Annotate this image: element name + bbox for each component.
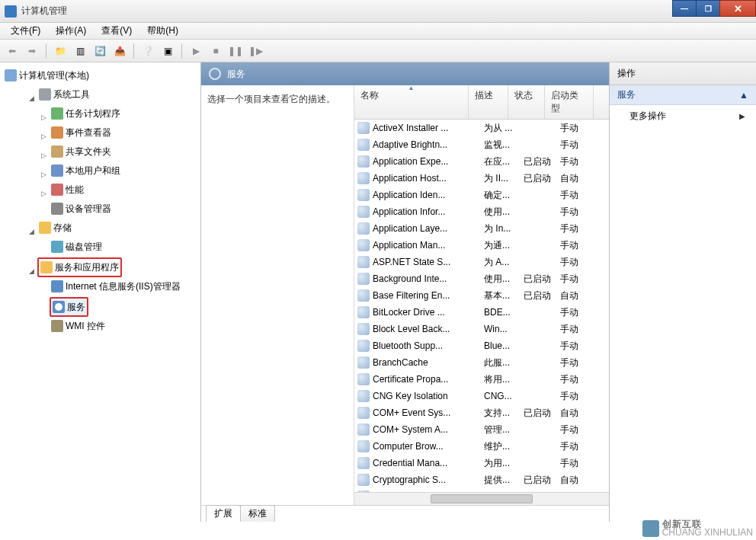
service-desc: 使用... <box>484 271 524 286</box>
service-row[interactable]: Background Inte...使用...已启动手动 <box>354 270 609 287</box>
maximize-button[interactable]: ❐ <box>696 0 720 17</box>
service-row[interactable]: Application Laye...为 In...手动 <box>354 220 609 237</box>
list-rows[interactable]: ActiveX Installer ...为从 ...手动Adaptive Br… <box>354 120 609 492</box>
service-status: 已启动 <box>524 288 560 303</box>
tree-services[interactable]: 服务 <box>50 297 88 317</box>
menu-help[interactable]: 帮助(H) <box>141 23 184 39</box>
close-button[interactable]: ✕ <box>719 0 756 17</box>
show-hide-tree-button[interactable]: 📁 <box>51 42 69 60</box>
service-row[interactable]: CNG Key IsolationCNG...手动 <box>354 388 609 404</box>
nav-back-button[interactable]: ⬅ <box>3 42 21 60</box>
service-desc: 维护... <box>484 439 524 454</box>
service-row[interactable]: Base Filtering En...基本...已启动自动 <box>354 287 609 304</box>
scheduler-icon <box>51 107 63 120</box>
service-row[interactable]: Adaptive Brightn...监视...手动 <box>354 136 609 153</box>
service-name: Computer Brow... <box>373 439 484 454</box>
service-row[interactable]: Application Expe...在应...已启动手动 <box>354 153 609 170</box>
minimize-button[interactable]: — <box>672 0 697 17</box>
service-row[interactable]: Application Man...为通...手动 <box>354 237 609 254</box>
service-row[interactable]: Application Host...为 II...已启动自动 <box>354 170 609 187</box>
service-row[interactable]: COM+ Event Sys...支持...已启动自动 <box>354 404 609 421</box>
chevron-right-icon: ▶ <box>739 112 745 120</box>
tree-iis-manager[interactable]: Internet 信息服务(IIS)管理器 <box>50 278 182 295</box>
service-row[interactable]: BranchCache此服...手动 <box>354 354 609 371</box>
service-name: Background Inte... <box>373 271 484 286</box>
properties-button[interactable]: ▥ <box>71 42 89 60</box>
stop-service-button[interactable]: ■ <box>207 42 225 60</box>
window-controls: — ❐ ✕ <box>672 0 756 17</box>
expander-icon[interactable]: ◢ <box>27 228 36 236</box>
tree-root[interactable]: 计算机管理(本地) <box>3 67 91 84</box>
tree-disk-management[interactable]: 磁盘管理 <box>50 238 104 255</box>
tree-device-manager[interactable]: 设备管理器 <box>50 200 113 217</box>
pause-service-button[interactable]: ❚❚ <box>226 42 245 60</box>
column-header-desc[interactable]: 描述 <box>469 85 508 119</box>
tree-wmi-control[interactable]: WMI 控件 <box>50 318 107 334</box>
refresh-button[interactable]: 🔄 <box>91 42 109 60</box>
tree-performance[interactable]: 性能 <box>50 181 85 198</box>
service-desc: Win... <box>484 321 524 337</box>
column-header-startup[interactable]: 启动类型 <box>545 85 594 119</box>
service-row[interactable]: ASP.NET State S...为 A...手动 <box>354 254 609 270</box>
service-row[interactable]: Certificate Propa...将用...手动 <box>354 371 609 388</box>
tree-task-scheduler[interactable]: 任务计划程序 <box>50 105 122 122</box>
tree-label: 设备管理器 <box>66 201 111 216</box>
expander-icon[interactable]: ▷ <box>40 152 48 160</box>
service-row[interactable]: Application Infor...使用...手动 <box>354 203 609 220</box>
service-row[interactable]: COM+ System A...管理...手动 <box>354 421 609 438</box>
service-desc: 管理... <box>484 422 524 437</box>
service-name: Application Infor... <box>373 204 484 219</box>
service-name: Application Expe... <box>373 154 484 169</box>
toolbar-button[interactable]: ▣ <box>159 42 177 60</box>
expander-icon[interactable]: ◢ <box>27 94 36 103</box>
service-row[interactable]: ActiveX Installer ...为从 ...手动 <box>354 120 609 136</box>
start-service-button[interactable]: ▶ <box>187 42 205 60</box>
watermark-text: 创新互联 CHUANG XINHULIAN <box>662 520 753 537</box>
service-row[interactable]: Application Iden...确定...手动 <box>354 187 609 203</box>
menu-action[interactable]: 操作(A) <box>50 23 92 39</box>
service-icon <box>357 273 370 285</box>
expander-icon[interactable]: ◢ <box>27 267 36 276</box>
tree-shared-folders[interactable]: 共享文件夹 <box>50 143 113 160</box>
scrollbar-thumb[interactable] <box>431 494 533 503</box>
tab-standard[interactable]: 标准 <box>240 505 275 522</box>
column-header-status[interactable]: 状态 <box>508 85 545 119</box>
description-prompt: 选择一个项目来查看它的描述。 <box>207 94 335 104</box>
service-row[interactable]: Computer Brow...维护...手动 <box>354 438 609 455</box>
service-icon <box>357 155 370 168</box>
tab-extended[interactable]: 扩展 <box>206 505 241 522</box>
tree-storage[interactable]: 存储 <box>37 219 73 236</box>
service-row[interactable]: Block Level Back...Win...手动 <box>354 321 609 337</box>
main-area: 计算机管理(本地) ◢系统工具 ▷任务计划程序 ▷事件查看器 ▷共享文件夹 ▷本… <box>0 62 756 522</box>
column-header-name[interactable]: ▲名称 <box>354 85 469 119</box>
export-button[interactable]: 📤 <box>111 42 129 60</box>
restart-service-button[interactable]: ❚▶ <box>246 42 264 60</box>
service-row[interactable]: Credential Mana...为用...手动 <box>354 455 609 471</box>
menu-view[interactable]: 查看(V) <box>95 23 138 39</box>
service-desc: 为从 ... <box>484 120 524 136</box>
service-desc: 使用... <box>484 204 524 219</box>
service-row[interactable]: Bluetooth Supp...Blue...手动 <box>354 337 609 354</box>
expander-icon[interactable]: ▷ <box>40 113 48 122</box>
help-button[interactable]: ❔ <box>139 42 157 60</box>
actions-more[interactable]: 更多操作 ▶ <box>610 105 756 127</box>
service-row[interactable]: Cryptographic S...提供...已启动自动 <box>354 471 609 488</box>
service-startup: 手动 <box>560 154 609 169</box>
service-row[interactable]: BitLocker Drive ...BDE...手动 <box>354 304 609 321</box>
service-desc: 提供... <box>484 472 524 487</box>
tree-system-tools[interactable]: 系统工具 <box>37 86 91 103</box>
device-icon <box>51 203 63 215</box>
expander-icon[interactable]: ▷ <box>40 190 48 198</box>
actions-section[interactable]: 服务 ▲ <box>610 85 756 105</box>
nav-forward-button[interactable]: ➡ <box>23 42 41 60</box>
menu-file[interactable]: 文件(F) <box>5 23 46 39</box>
expander-icon[interactable]: ▷ <box>40 133 48 141</box>
tree-label: 服务和应用程序 <box>55 260 119 275</box>
horizontal-scrollbar[interactable] <box>354 492 609 505</box>
service-desc: 确定... <box>484 187 524 203</box>
tree-label: 本地用户和组 <box>66 163 120 178</box>
expander-icon[interactable]: ▷ <box>40 171 48 179</box>
tree-services-apps[interactable]: 服务和应用程序 <box>37 257 122 277</box>
tree-event-viewer[interactable]: 事件查看器 <box>50 124 113 141</box>
tree-local-users[interactable]: 本地用户和组 <box>50 162 122 179</box>
